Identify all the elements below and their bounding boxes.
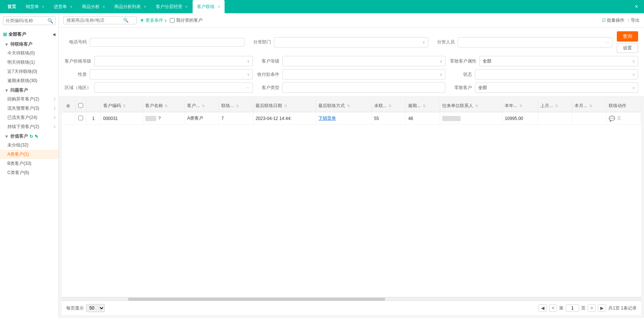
person-more-icon[interactable]: ···	[605, 40, 609, 45]
sidebar-pending-section[interactable]: ▼ 待联络客户	[0, 39, 58, 49]
nav-home[interactable]: 首页	[3, 0, 21, 13]
sidebar-item-b-class[interactable]: B类客户(33)	[0, 159, 58, 168]
sidebar-item-a-class[interactable]: A类客户(1)	[0, 150, 58, 159]
row-message-icon[interactable]: 💬	[609, 116, 615, 121]
nav-customer-contact-close[interactable]: ×	[218, 4, 220, 9]
sidebar-item-repurchase-abnormal[interactable]: 回购异常客户(2) ℹ	[0, 95, 58, 104]
col-type-header[interactable]: 客户... ⇅	[185, 100, 219, 112]
filter-search-box[interactable]: 🔍	[63, 16, 137, 24]
nature-select[interactable]: ∨	[90, 69, 253, 80]
sidebar-item-tomorrow-pending[interactable]: 明天待联络(1)	[0, 58, 58, 67]
region-select[interactable]: ···	[94, 82, 253, 93]
row-checkbox-cell[interactable]	[75, 112, 86, 125]
col-last-method-header[interactable]: 最后联络方式 ⇅	[316, 100, 372, 112]
horizontal-scrollbar[interactable]	[62, 297, 641, 301]
col-overdue-sort-icon[interactable]: ⇅	[423, 104, 426, 108]
col-contact-count-header[interactable]: 联络... ⇅	[219, 100, 253, 112]
customer-grade-select[interactable]: ∨	[282, 56, 446, 66]
churn-warning-info-icon[interactable]: ℹ	[54, 106, 56, 111]
col-last-date-sort-icon[interactable]: ⇅	[284, 104, 287, 108]
col-type-sort-icon[interactable]: ⇅	[202, 104, 205, 108]
nav-goods-analysis-close[interactable]: ×	[103, 4, 105, 9]
query-button[interactable]: 查询	[617, 31, 638, 42]
nav-purchase[interactable]: 进货单 ×	[49, 0, 76, 13]
col-checkbox-header[interactable]	[75, 100, 86, 112]
col-last-date-header[interactable]: 最后联络日期 ⇅	[253, 100, 316, 112]
price-grade-select[interactable]: ∨	[94, 56, 253, 66]
retail-attr-select[interactable]: 全部 ∨	[479, 56, 638, 66]
churned-info-icon[interactable]: ℹ	[54, 115, 56, 120]
col-this-year-header[interactable]: 本年... ⇅	[502, 100, 538, 112]
per-page-select[interactable]: 50 100 200	[86, 304, 105, 312]
repurchase-info-icon[interactable]: ℹ	[54, 97, 56, 102]
col-this-month-sort-icon[interactable]: ⇅	[589, 104, 592, 108]
sidebar-problem-section[interactable]: ▼ 问题客户	[0, 85, 58, 95]
settings-button[interactable]: 设置	[617, 43, 638, 53]
col-code-sort-icon[interactable]: ⇅	[123, 104, 126, 108]
row-qr-icon[interactable]: ⠿	[617, 116, 621, 121]
sidebar-item-churn-warning[interactable]: 流失预警客户(3) ℹ	[0, 104, 58, 113]
sidebar-item-churned[interactable]: 已流失客户(24) ℹ	[0, 113, 58, 122]
nav-goods-analysis[interactable]: 商品分析 ×	[78, 0, 109, 13]
scroll-thumb[interactable]	[128, 298, 385, 301]
phone-input[interactable]	[90, 38, 244, 47]
nav-sale[interactable]: 销货单 ×	[21, 0, 49, 13]
col-name-sort-icon[interactable]: ⇅	[165, 104, 168, 108]
person-select[interactable]: ···	[458, 37, 612, 47]
my-customers-checkbox[interactable]	[170, 18, 175, 23]
sidebar-item-declining[interactable]: 持续下滑客户(2) ℹ	[0, 122, 58, 131]
row-last-method-cell[interactable]: 下销货单	[316, 112, 372, 125]
sidebar-item-week-pending[interactable]: 近7天待联络(0)	[0, 67, 58, 76]
row-checkbox[interactable]	[78, 116, 83, 120]
sidebar-item-overdue-pending[interactable]: 逾期未联络(30)	[0, 76, 58, 85]
col-settings-header[interactable]: ⚙	[62, 100, 75, 112]
col-last-month-sort-icon[interactable]: ⇅	[555, 104, 558, 108]
row-last-method-link[interactable]: 下销货单	[318, 116, 336, 121]
value-edit-icon[interactable]: ✎	[35, 134, 38, 139]
col-not-contacted-sort-icon[interactable]: ⇅	[389, 104, 391, 108]
collapse-icon[interactable]: ◀	[53, 32, 56, 36]
col-not-contacted-header[interactable]: 未联... ⇅	[372, 100, 406, 112]
last-page-button[interactable]: ▶	[598, 304, 606, 312]
sidebar-search-icon[interactable]: 🔍	[47, 18, 53, 24]
col-code-header[interactable]: 客户编码 ⇅	[101, 100, 143, 112]
col-overdue-header[interactable]: 逾期... ⇅	[406, 100, 440, 112]
nav-customer-tier-close[interactable]: ×	[185, 4, 187, 9]
nav-goods-analysis-list[interactable]: 商品分析列表 ×	[110, 0, 150, 13]
batch-op-button[interactable]: ☑ 批量操作	[602, 17, 625, 24]
col-company-contact-sort-icon[interactable]: ⇅	[475, 104, 478, 108]
col-contact-count-sort-icon[interactable]: ⇅	[236, 104, 239, 108]
page-number-input[interactable]	[566, 304, 579, 312]
col-last-month-header[interactable]: 上月... ⇅	[538, 100, 572, 112]
nav-customer-contact[interactable]: 客户联络 ×	[193, 0, 224, 13]
nav-purchase-close[interactable]: ×	[70, 4, 72, 9]
sidebar-item-today-pending[interactable]: 今天待联络(0)	[0, 49, 58, 58]
sidebar-item-ungrouped[interactable]: 未分组(32)	[0, 141, 58, 150]
nav-sale-close[interactable]: ×	[42, 4, 44, 9]
dept-select[interactable]: ∨	[274, 37, 429, 47]
select-all-checkbox[interactable]	[78, 103, 83, 108]
sidebar-all-customers[interactable]: ⊞ 全部客户 ◀	[0, 29, 58, 39]
nav-customer-tier[interactable]: 客户分层经营 ×	[151, 0, 192, 13]
value-refresh-icon[interactable]: ↻	[29, 134, 33, 139]
export-button[interactable]: ↑ 导出	[627, 17, 640, 24]
status-select[interactable]: ∨	[475, 69, 638, 80]
payment-select[interactable]: ∨	[282, 69, 446, 80]
first-page-button[interactable]: ◀	[539, 304, 547, 312]
more-filters-button[interactable]: ▼ 更多条件 ∨	[140, 17, 167, 24]
col-last-method-sort-icon[interactable]: ⇅	[347, 104, 350, 108]
col-this-month-header[interactable]: 本月... ⇅	[572, 100, 607, 112]
filter-search-input[interactable]	[67, 18, 122, 23]
retail-customer-select[interactable]: 全部 ∨	[475, 82, 638, 93]
sidebar-item-c-class[interactable]: C类客户(6)	[0, 168, 58, 177]
declining-info-icon[interactable]: ℹ	[54, 124, 56, 129]
next-page-button[interactable]: >	[588, 304, 595, 312]
customer-type-input[interactable]	[282, 82, 446, 93]
col-company-contact-header[interactable]: 往来单位联系人 ⇅	[440, 100, 502, 112]
window-close-button[interactable]: ×	[632, 3, 641, 10]
sidebar-value-section[interactable]: ▼ 价值客户 ↻ ✎	[0, 131, 58, 141]
prev-page-button[interactable]: <	[549, 304, 557, 312]
nav-goods-analysis-list-close[interactable]: ×	[144, 4, 146, 9]
col-name-header[interactable]: 客户名称 ⇅	[143, 100, 185, 112]
col-this-year-sort-icon[interactable]: ⇅	[519, 104, 522, 108]
